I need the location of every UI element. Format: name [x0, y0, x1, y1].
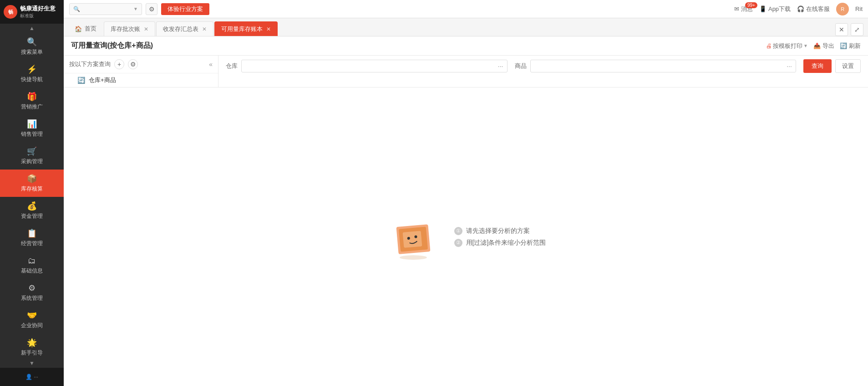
filter-collapse-btn[interactable]: «	[209, 61, 213, 68]
operation-icon: 📋	[27, 228, 37, 238]
newuser-icon: 🌟	[27, 338, 37, 348]
topbar-search[interactable]: 🔍 ▼	[69, 3, 142, 15]
filter-row: 仓库 ··· 商品 ··· 查询	[226, 59, 861, 73]
sidebar-label-finance: 资金管理	[21, 212, 43, 220]
refresh-icon: 🔄	[840, 42, 847, 49]
dropdown-arrow-icon: ▼	[803, 43, 808, 48]
username-label[interactable]: Rit	[855, 5, 863, 12]
search-icon: 🔍	[27, 37, 37, 47]
tip-num-1: ①	[454, 227, 462, 235]
filter-panel: 按以下方案查询 + ⚙ « 🔄 仓库+商品 仓库 ···	[64, 56, 868, 87]
empty-illustration	[386, 210, 441, 264]
tab-batch-ledger[interactable]: 库存批次账 ✕	[104, 21, 155, 36]
empty-tip-2: ② 用[过滤]条件来缩小分析范围	[454, 239, 546, 247]
sidebar-item-shortcut[interactable]: ⚡ 快捷导航	[0, 60, 64, 87]
message-btn[interactable]: ✉ 消息 99+	[734, 5, 753, 13]
tabbar-close-all-btn[interactable]: ✕	[835, 23, 848, 36]
filter-field-warehouse: 仓库 ···	[226, 60, 508, 72]
refresh-btn[interactable]: 🔄 刷新	[840, 42, 861, 50]
purchase-icon: 🛒	[27, 146, 37, 156]
svg-point-5	[400, 255, 427, 260]
sidebar-label-purchase: 采购管理	[21, 158, 43, 165]
goods-input[interactable]: ···	[530, 60, 797, 72]
sidebar-item-sales[interactable]: 📊 销售管理	[0, 115, 64, 142]
sidebar-label-sales: 销售管理	[21, 130, 43, 138]
enterprise-icon: 🤝	[27, 310, 37, 320]
tab-close-batch-ledger[interactable]: ✕	[144, 26, 148, 32]
sidebar-title-block: 畅康通好生意 标准版	[20, 5, 56, 19]
sidebar-scroll-up[interactable]: ▲	[0, 24, 64, 33]
page-header: 可用量查询(按仓库+商品) 🖨 按模板打印 ▼ 📤 导出 🔄 刷新	[64, 36, 868, 56]
message-badge: 99+	[745, 2, 757, 8]
chevron-down-icon: ▼	[133, 6, 138, 11]
message-icon: ✉	[734, 5, 739, 12]
settings-button[interactable]: 设置	[835, 59, 861, 73]
phone-icon: 📱	[759, 5, 766, 12]
sidebar-label-basic: 基础信息	[21, 267, 43, 275]
topbar-gear-btn[interactable]: ⚙	[146, 3, 157, 15]
sidebar-item-system[interactable]: ⚙ 系统管理	[0, 279, 64, 306]
filter-settings-scheme-btn[interactable]: ⚙	[128, 59, 138, 69]
search-icon-top: 🔍	[73, 6, 80, 12]
sidebar-item-operation[interactable]: 📋 经营管理	[0, 224, 64, 252]
tab-close-available-stock[interactable]: ✕	[266, 26, 271, 32]
goods-label: 商品	[515, 62, 527, 70]
sidebar-label-stock: 库存核算	[21, 185, 43, 193]
sidebar-items: 🔍 搜索菜单 ⚡ 快捷导航 🎁 营销推广 📊 销售管理 🛒 采购管理 📦 库存核…	[0, 33, 64, 359]
sidebar-label-operation: 经营管理	[21, 240, 43, 247]
sidebar-item-enterprise[interactable]: 🤝 企业协同	[0, 306, 64, 334]
sidebar-item-basic[interactable]: 🗂 基础信息	[0, 252, 64, 279]
tabbar-expand-btn[interactable]: ⤢	[851, 23, 863, 36]
app-download-btn[interactable]: 📱 App下载	[759, 5, 791, 13]
sidebar-header[interactable]: 畅 畅康通好生意 标准版	[0, 0, 64, 24]
user-avatar[interactable]: R	[836, 3, 849, 15]
stock-icon: 📦	[27, 174, 37, 184]
sidebar-item-search[interactable]: 🔍 搜索菜单	[0, 33, 64, 60]
topbar-right: ✉ 消息 99+ 📱 App下载 🎧 在线客服 R Rit	[734, 3, 863, 15]
tab-home[interactable]: 🏠 首页	[68, 21, 103, 36]
sidebar-label-marketing: 营销推广	[21, 103, 43, 111]
tip-num-2: ②	[454, 239, 462, 247]
filter-field-goods: 商品 ···	[515, 60, 797, 72]
sidebar-item-marketing[interactable]: 🎁 营销推广	[0, 87, 64, 115]
warehouse-label: 仓库	[226, 62, 238, 70]
filter-actions: 查询 设置	[803, 59, 861, 73]
basic-icon: 🗂	[28, 256, 36, 266]
sidebar-item-stock[interactable]: 📦 库存核算	[0, 170, 64, 197]
topbar: 🔍 ▼ ⚙ 体验行业方案 ✉ 消息 99+ 📱 App下载 🎧 在线客服 R R…	[64, 0, 868, 18]
warehouse-more-icon[interactable]: ···	[498, 62, 503, 70]
refresh-circle-icon: 🔄	[77, 77, 85, 84]
filter-scheme-item[interactable]: 🔄 仓库+商品	[64, 73, 218, 87]
sidebar-item-newuser[interactable]: 🌟 新手引导	[0, 334, 64, 359]
goods-more-icon[interactable]: ···	[787, 62, 792, 70]
empty-tips: ① 请先选择要分析的方案 ② 用[过滤]条件来缩小分析范围	[454, 227, 546, 247]
sidebar-logo: 畅	[4, 5, 17, 19]
export-btn[interactable]: 📤 导出	[813, 42, 834, 50]
online-service-btn[interactable]: 🎧 在线客服	[797, 5, 830, 13]
sidebar-bottom-icon: 👤 ···	[25, 374, 38, 380]
filter-add-scheme-btn[interactable]: +	[114, 59, 124, 69]
filter-left-panel: 按以下方案查询 + ⚙ « 🔄 仓库+商品	[64, 56, 218, 87]
page-header-actions: 🖨 按模板打印 ▼ 📤 导出 🔄 刷新	[766, 42, 861, 50]
tabbar: 🏠 首页 库存批次账 ✕ 收发存汇总表 ✕ 可用量库存账本 ✕ ✕ ⤢	[64, 18, 868, 36]
warehouse-input[interactable]: ···	[241, 60, 508, 72]
tab-close-receipt-summary[interactable]: ✕	[202, 26, 207, 32]
sidebar-label-search: 搜索菜单	[21, 48, 43, 56]
empty-row: ① 请先选择要分析的方案 ② 用[过滤]条件来缩小分析范围	[386, 210, 546, 264]
sidebar-item-finance[interactable]: 💰 资金管理	[0, 197, 64, 224]
sidebar-scroll-down[interactable]: ▼	[0, 359, 64, 368]
print-icon: 🖨	[766, 42, 772, 49]
trial-industry-button[interactable]: 体验行业方案	[161, 3, 209, 15]
system-icon: ⚙	[28, 283, 36, 293]
shortcut-icon: ⚡	[27, 64, 37, 74]
sidebar-item-purchase[interactable]: 🛒 采购管理	[0, 142, 64, 170]
query-button[interactable]: 查询	[803, 59, 832, 73]
content-area: 可用量查询(按仓库+商品) 🖨 按模板打印 ▼ 📤 导出 🔄 刷新	[64, 36, 868, 386]
tab-available-stock[interactable]: 可用量库存账本 ✕	[214, 21, 278, 36]
empty-tip-1: ① 请先选择要分析的方案	[454, 227, 546, 235]
print-btn[interactable]: 🖨 按模板打印 ▼	[766, 42, 808, 50]
sidebar-bottom[interactable]: 👤 ···	[0, 368, 64, 386]
tab-receipt-summary[interactable]: 收发存汇总表 ✕	[156, 21, 213, 36]
finance-icon: 💰	[27, 201, 37, 211]
main-area: 🔍 ▼ ⚙ 体验行业方案 ✉ 消息 99+ 📱 App下载 🎧 在线客服 R R…	[64, 0, 868, 386]
